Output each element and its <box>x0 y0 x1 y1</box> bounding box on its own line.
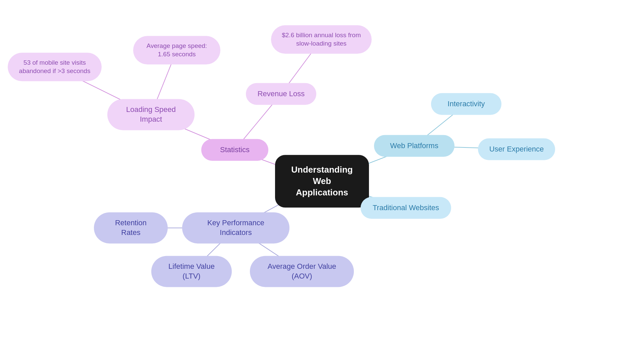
center-node: Understanding Web Applications <box>275 155 369 207</box>
loading-speed-label: Loading Speed Impact <box>118 105 184 124</box>
revenue-loss-node: Revenue Loss <box>246 83 316 105</box>
revenue-loss-label: Revenue Loss <box>258 89 305 99</box>
traditional-websites-node: Traditional Websites <box>361 197 451 219</box>
web-platforms-node: Web Platforms <box>374 135 454 157</box>
traditional-websites-label: Traditional Websites <box>373 203 439 213</box>
lifetime-value-node: Lifetime Value (LTV) <box>151 256 232 287</box>
retention-rates-node: Retention Rates <box>94 212 168 243</box>
kpi-label: Key Performance Indicators <box>193 218 279 237</box>
center-label: Understanding Web Applications <box>291 164 353 198</box>
interactivity-node: Interactivity <box>431 93 501 115</box>
annual-loss-node: $2.6 billion annual loss from slow-loadi… <box>271 25 372 54</box>
statistics-node: Statistics <box>201 139 268 161</box>
statistics-label: Statistics <box>220 145 250 155</box>
aov-node: Average Order Value (AOV) <box>250 256 354 287</box>
user-experience-label: User Experience <box>489 144 544 154</box>
mobile-abandon-node: 53 of mobile site visits abandoned if >3… <box>8 53 102 81</box>
kpi-node: Key Performance Indicators <box>182 212 289 243</box>
user-experience-node: User Experience <box>478 138 555 160</box>
loading-speed-node: Loading Speed Impact <box>107 99 195 130</box>
avg-page-speed-label: Average page speed: 1.65 seconds <box>144 42 210 58</box>
aov-label: Average Order Value (AOV) <box>261 262 343 281</box>
avg-page-speed-node: Average page speed: 1.65 seconds <box>133 36 220 64</box>
interactivity-label: Interactivity <box>447 99 485 109</box>
annual-loss-label: $2.6 billion annual loss from slow-loadi… <box>282 31 361 48</box>
lifetime-value-label: Lifetime Value (LTV) <box>162 262 221 281</box>
web-platforms-label: Web Platforms <box>390 141 438 151</box>
retention-rates-label: Retention Rates <box>105 218 157 237</box>
mobile-abandon-label: 53 of mobile site visits abandoned if >3… <box>18 59 91 75</box>
